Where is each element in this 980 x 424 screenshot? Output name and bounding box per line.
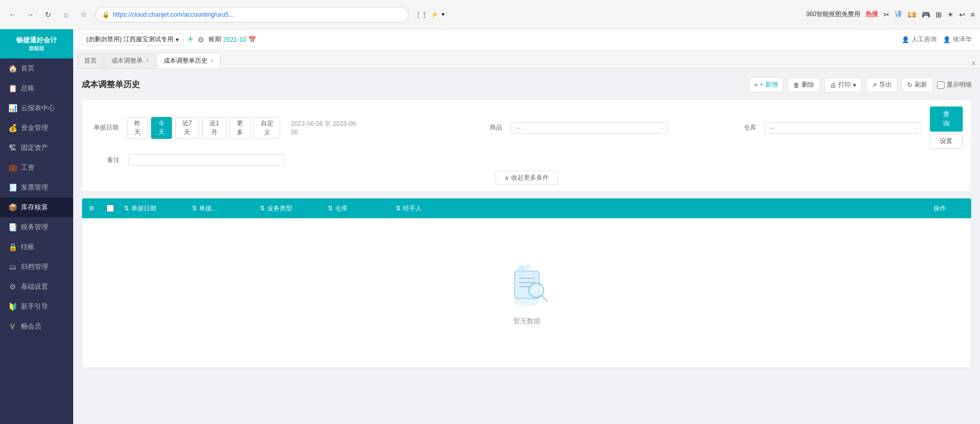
th-handler[interactable]: ⇅ 经手人 <box>391 204 929 213</box>
sidebar-label-salary: 工资 <box>21 163 34 172</box>
new-button[interactable]: + + 新增 <box>748 77 783 92</box>
inventory-icon: 📦 <box>8 203 17 211</box>
print-dropdown-icon: ▾ <box>853 81 856 89</box>
warehouse-filter-label: 仓库 <box>728 123 756 132</box>
th-date[interactable]: ⇅ 单据日期 <box>120 204 188 213</box>
warehouse-select[interactable] <box>765 122 921 134</box>
th-settings[interactable]: ⚙ <box>82 205 101 212</box>
sidebar-item-funds[interactable]: 💰 资金管理 <box>0 118 73 138</box>
member-icon: V <box>8 322 17 331</box>
th-biztype-label: 业务类型 <box>267 204 292 213</box>
sidebar-item-member[interactable]: V 畅会员 <box>0 316 73 336</box>
svg-point-7 <box>531 285 541 296</box>
collapse-button[interactable]: ∧ 收起更多条件 <box>495 171 558 185</box>
export-button[interactable]: ↗ 导出 <box>866 77 897 92</box>
invoice-icon: 🧾 <box>8 183 17 192</box>
date-btn-7days[interactable]: 近7天 <box>175 117 199 139</box>
settings-gear-icon[interactable]: ⚙ <box>198 36 204 44</box>
dropdown-button[interactable]: ▾ <box>442 11 445 18</box>
tab-cost-adjust[interactable]: 成本调整单 × <box>105 53 156 68</box>
sidebar-item-reports[interactable]: 📊 云报表中心 <box>0 98 73 118</box>
date-btn-custom[interactable]: 自定义 <box>253 117 280 139</box>
sidebar-item-invoice[interactable]: 🧾 发票管理 <box>0 178 73 197</box>
consult-button[interactable]: 👤 人工咨询 <box>902 35 937 44</box>
date-btn-today[interactable]: 今天 <box>151 117 172 139</box>
delete-button[interactable]: 🗑 删除 <box>788 77 820 92</box>
display-toggle-checkbox[interactable] <box>937 81 944 89</box>
new-icon: + <box>754 81 758 89</box>
remark-input[interactable] <box>128 154 285 166</box>
sidebar-item-ledger[interactable]: 📋 总账 <box>0 78 73 98</box>
date-filter-label: 单据日期 <box>90 123 119 132</box>
theme-icon: ☀ <box>947 10 954 19</box>
add-tab-button[interactable]: + <box>188 34 193 45</box>
menu-icon[interactable]: ≡ <box>971 10 975 19</box>
grid-icon: ⊞ <box>936 10 942 19</box>
th-checkbox[interactable] <box>101 205 120 212</box>
sidebar-item-home[interactable]: 🏠 首页 <box>0 58 73 78</box>
sidebar-label-inventory: 库存核算 <box>21 203 48 212</box>
th-docno[interactable]: ⇅ 单据... <box>188 204 256 213</box>
export-label: 导出 <box>879 80 892 89</box>
sidebar-item-settings[interactable]: ⚙ 基础设置 <box>0 277 73 297</box>
sidebar-item-guide[interactable]: 🔰 新手引导 <box>0 297 73 316</box>
sidebar-item-inventory[interactable]: 📦 库存核算 <box>0 197 73 217</box>
delete-label: 删除 <box>802 80 814 89</box>
translate-icon: 译 <box>895 10 902 19</box>
refresh-button[interactable]: ↻ 刷新 <box>902 77 933 92</box>
sidebar-item-tax[interactable]: 📑 税务管理 <box>0 217 73 237</box>
filter-settings-button[interactable]: 设置 <box>930 134 963 149</box>
back-button[interactable]: ← <box>5 7 20 22</box>
th-biztype[interactable]: ⇅ 业务类型 <box>256 204 324 213</box>
hot-label: 热搜 <box>866 10 878 19</box>
warehouse-select-wrap <box>765 122 921 134</box>
user-avatar-icon: 👤 <box>943 36 951 43</box>
browser-chrome: ← → ↻ ⌂ ☆ 🔒 https://cloud.chanjet.com/ac… <box>0 0 980 29</box>
address-bar[interactable]: 🔒 https://cloud.chanjet.com/accounting/u… <box>95 7 409 22</box>
sidebar-item-archive[interactable]: 🗂 归档管理 <box>0 257 73 277</box>
svg-point-10 <box>525 264 531 269</box>
sort-icon-biztype: ⇅ <box>260 205 265 212</box>
calendar-icon[interactable]: 📅 <box>248 36 256 43</box>
empty-state: 暂无数据 <box>82 218 971 368</box>
print-button[interactable]: 🖨 打印 ▾ <box>824 77 862 92</box>
sidebar-item-close[interactable]: 🔒 结账 <box>0 237 73 257</box>
query-button[interactable]: 查询 <box>930 107 963 132</box>
ledger-icon: 📋 <box>8 84 17 92</box>
bookmark-button[interactable]: ☆ <box>76 7 91 22</box>
th-handler-label: 经手人 <box>403 204 422 213</box>
sidebar-item-fixed[interactable]: 🏗 固定资产 <box>0 138 73 158</box>
th-warehouse[interactable]: ⇅ 仓库 <box>324 204 391 213</box>
user-profile[interactable]: 👤 徐泽华 <box>943 35 972 44</box>
page-header: 成本调整单历史 + + 新增 🗑 删除 🖨 打印 ▾ <box>82 77 972 92</box>
tab-cost-adjust-history[interactable]: 成本调整单历史 × <box>157 53 221 68</box>
game-icon: 🎮 <box>921 10 930 19</box>
period-info: 账期 2021-10 📅 <box>209 35 256 44</box>
extensions-button[interactable]: ⋮⋮ <box>415 11 428 18</box>
sidebar-item-salary[interactable]: 💼 工资 <box>0 158 73 178</box>
sidebar-label-settings: 基础设置 <box>21 282 48 291</box>
forward-button[interactable]: → <box>23 7 38 22</box>
app-logo: 畅捷通好会计 旗舰版 <box>0 29 73 58</box>
select-all-checkbox[interactable] <box>107 205 114 212</box>
sort-icon-warehouse: ⇅ <box>328 205 333 212</box>
reload-button[interactable]: ↻ <box>41 7 55 22</box>
period-value: 2021-10 <box>223 36 246 43</box>
date-btn-more[interactable]: 更多 <box>229 117 250 139</box>
tab-cost-adjust-history-close[interactable]: × <box>211 58 214 64</box>
date-btn-yesterday[interactable]: 昨天 <box>127 117 148 139</box>
svg-line-8 <box>541 296 547 301</box>
home-button[interactable]: ⌂ <box>59 7 73 22</box>
refresh-label: 刷新 <box>915 80 927 89</box>
remark-filter-label: 备注 <box>90 156 120 164</box>
tab-cost-adjust-close[interactable]: × <box>146 58 149 64</box>
tab-bar: 首页 成本调整单 × 成本调整单历史 × × <box>73 50 980 69</box>
sidebar-label-fixed: 固定资产 <box>21 143 48 152</box>
tab-home[interactable]: 首页 <box>77 53 103 68</box>
svg-point-9 <box>517 265 526 274</box>
lightning-button[interactable]: ⚡ <box>431 11 439 18</box>
date-btn-1month[interactable]: 近1月 <box>202 117 226 139</box>
close-all-tabs-button[interactable]: × <box>971 59 976 68</box>
goods-select[interactable] <box>511 122 667 134</box>
company-selector[interactable]: (勿删勿禁用) 江西服宝测试专用 ▾ <box>82 33 183 45</box>
